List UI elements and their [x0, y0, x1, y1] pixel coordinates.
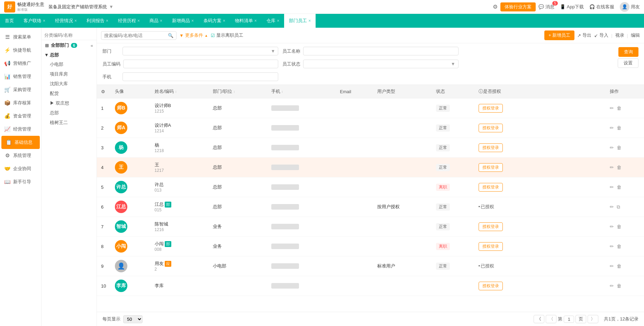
edit-icon[interactable]: ✏	[610, 244, 614, 249]
edit-icon[interactable]: ✏	[610, 263, 614, 269]
sidebar-item-marketing[interactable]: 📢 营销推广	[0, 57, 41, 70]
auth-button[interactable]: 授权登录	[479, 242, 503, 251]
nav-item-employees[interactable]: 部门员工 ×	[284, 14, 316, 28]
dept-node-shuangzhuang[interactable]: ▶ 双庄想	[42, 98, 97, 108]
export-button[interactable]: ↗ 导出	[577, 32, 591, 38]
copy-icon[interactable]: ⧉	[617, 204, 620, 210]
edit-icon[interactable]: ✏	[610, 165, 614, 170]
phone-filter-input[interactable]	[123, 72, 278, 81]
nav-item-customers[interactable]: 客户联络 ×	[19, 14, 50, 28]
auth-button[interactable]: 授权登录	[479, 222, 503, 231]
nav-item-history[interactable]: 经营历程 ×	[113, 14, 145, 28]
edit-column-button[interactable]: 编辑	[631, 32, 640, 38]
nav-item-add-goods[interactable]: 新增商品 ×	[167, 14, 199, 28]
sidebar-item-inventory[interactable]: 📦 库存核算	[0, 96, 41, 109]
col-settings[interactable]: ⚙	[97, 85, 111, 98]
close-icon[interactable]: ×	[223, 18, 225, 23]
filter-btn[interactable]: ▼ 更多条件 ▲	[179, 32, 208, 38]
col-name[interactable]: 姓名/编码 ↕	[151, 85, 209, 98]
sidebar-item-operation[interactable]: 📈 经营管理	[0, 123, 41, 136]
message-btn[interactable]: 💬 消息 5	[538, 4, 554, 10]
edit-icon[interactable]: ✏	[610, 105, 614, 111]
search-button[interactable]: 查询	[618, 47, 638, 57]
app-download-btn[interactable]: 📱 App下载	[560, 4, 584, 10]
nav-item-goods[interactable]: 商品 ×	[145, 14, 167, 28]
sidebar-item-sales[interactable]: 📊 销售管理	[0, 70, 41, 83]
sidebar-item-purchase[interactable]: 🛒 采购管理	[0, 83, 41, 96]
close-icon[interactable]: ×	[137, 18, 140, 23]
auth-button[interactable]: 授权登录	[479, 282, 503, 290]
view-button[interactable]: 视录	[615, 32, 624, 38]
sidebar-item-nav[interactable]: ⚡ 快捷导航	[0, 44, 41, 57]
prev-page-btn[interactable]: 〈	[546, 315, 556, 323]
dept-filter-select[interactable]: ▼	[123, 47, 278, 55]
last-page-btn[interactable]: 〉	[588, 315, 598, 323]
delete-icon[interactable]: 🗑	[617, 105, 622, 111]
import-button[interactable]: ↙ 导入	[594, 32, 608, 38]
sidebar-item-guide[interactable]: 📖 新手引导	[0, 175, 41, 188]
user-btn[interactable]: 👤 用友	[620, 2, 640, 12]
add-employee-button[interactable]: + 新增员工	[544, 30, 574, 40]
close-icon[interactable]: ×	[106, 18, 108, 23]
sidebar-item-basic[interactable]: 📋 基础信息	[1, 136, 40, 149]
dept-node-zhishu[interactable]: 植树王二	[42, 118, 97, 127]
close-icon[interactable]: ×	[277, 18, 279, 23]
delete-icon[interactable]: 🗑	[617, 244, 622, 249]
delete-icon[interactable]: 🗑	[617, 165, 622, 170]
chevron-down-icon[interactable]: ▼	[109, 4, 114, 9]
sidebar-item-system[interactable]: ⚙ 系统管理	[0, 149, 41, 162]
edit-icon[interactable]: ✏	[610, 184, 614, 190]
trial-button[interactable]: 体验行业方案	[500, 2, 536, 11]
empname-filter-input[interactable]	[303, 47, 458, 55]
nav-item-bom[interactable]: 物料清单 ×	[230, 14, 262, 28]
service-btn[interactable]: 🎧 在线客服	[589, 4, 614, 10]
sidebar-item-collab[interactable]: 🤝 企业协同	[0, 162, 41, 175]
first-page-btn[interactable]: 《	[534, 315, 544, 323]
nav-item-warehouse[interactable]: 仓库 ×	[262, 14, 284, 28]
delete-icon[interactable]: 🗑	[617, 283, 622, 289]
close-icon[interactable]: ×	[74, 18, 77, 23]
dept-group-total[interactable]: ▼ 总部	[42, 51, 97, 60]
dept-node-peihuo[interactable]: 配货	[42, 89, 97, 98]
search-input[interactable]	[104, 33, 166, 38]
sidebar-item-search[interactable]: ☰ 搜索菜单	[0, 30, 41, 44]
edit-icon[interactable]: ✏	[610, 145, 614, 150]
nav-item-barcode[interactable]: 条码方案 ×	[199, 14, 230, 28]
dept-node-small-elec[interactable]: 小电部	[42, 60, 97, 69]
nav-item-profit[interactable]: 利润报告 ×	[82, 14, 113, 28]
close-icon[interactable]: ×	[43, 18, 45, 23]
collapse-btn[interactable]: «	[91, 43, 93, 48]
dept-search-input[interactable]	[44, 33, 97, 38]
next-page-btn[interactable]: 页	[575, 315, 586, 323]
delete-icon[interactable]: 🗑	[617, 125, 622, 131]
nav-item-operations[interactable]: 经营情况 ×	[50, 14, 82, 28]
auth-button[interactable]: 授权登录	[479, 104, 503, 113]
edit-icon[interactable]: ✏	[610, 224, 614, 229]
close-icon[interactable]: ×	[191, 18, 194, 23]
col-phone[interactable]: 手机 ↕	[267, 85, 336, 98]
nav-item-home[interactable]: 首页	[0, 14, 19, 28]
close-icon[interactable]: ×	[254, 18, 257, 23]
auth-button[interactable]: 授权登录	[479, 183, 503, 192]
page-size-select[interactable]: 50 100	[123, 315, 143, 323]
dept-node-project[interactable]: 项目库房	[42, 69, 97, 79]
status-filter-select[interactable]: ▼	[303, 60, 458, 68]
sidebar-item-finance[interactable]: 💰 资金管理	[0, 109, 41, 123]
close-icon[interactable]: ×	[308, 18, 311, 23]
dept-node-shenyang[interactable]: 沈阳大库	[42, 79, 97, 89]
edit-icon[interactable]: ✏	[610, 204, 614, 210]
auth-button[interactable]: 授权登录	[479, 143, 503, 152]
edit-icon[interactable]: ✏	[610, 283, 614, 289]
dept-node-zongbu[interactable]: 总部	[42, 108, 97, 118]
delete-icon[interactable]: 🗑	[617, 263, 622, 269]
auth-button[interactable]: 授权登录	[479, 163, 503, 172]
close-icon[interactable]: ×	[160, 18, 162, 23]
empcode-filter-input[interactable]	[123, 60, 278, 68]
delete-icon[interactable]: 🗑	[617, 224, 622, 229]
delete-icon[interactable]: 🗑	[617, 184, 622, 190]
edit-icon[interactable]: ✏	[610, 125, 614, 131]
reset-button[interactable]: 设置	[618, 58, 638, 68]
col-dept[interactable]: 部门/职位 ↕	[209, 85, 267, 98]
settings-icon[interactable]: ⚙	[493, 3, 498, 10]
auth-button[interactable]: 授权登录	[479, 124, 503, 132]
